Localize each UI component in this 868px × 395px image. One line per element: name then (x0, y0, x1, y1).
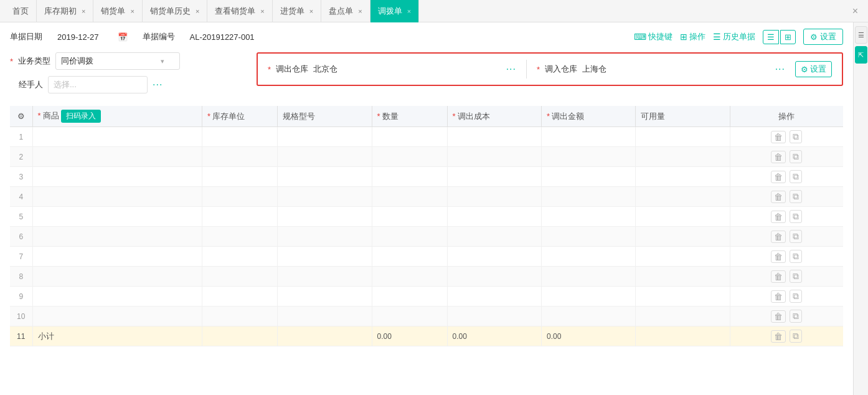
cell-unit[interactable] (202, 127, 278, 147)
cell-available[interactable] (636, 187, 730, 207)
cell-amount[interactable] (542, 247, 636, 267)
tab-sales-order[interactable]: 销货单 × (93, 0, 142, 22)
cell-quantity[interactable] (372, 147, 447, 167)
cell-available[interactable] (636, 267, 730, 287)
tab-close-transfer[interactable]: × (407, 7, 411, 15)
delete-icon[interactable]: 🗑 (771, 250, 786, 263)
cell-quantity[interactable] (372, 227, 447, 247)
tab-close-stocktake[interactable]: × (358, 7, 362, 15)
cell-quantity[interactable] (372, 267, 447, 287)
tab-close-inventory[interactable]: × (82, 7, 85, 15)
delete-icon[interactable]: 🗑 (771, 131, 786, 143)
copy-icon[interactable]: ⧉ (790, 130, 802, 143)
copy-icon[interactable]: ⧉ (790, 330, 802, 343)
cell-unit[interactable] (202, 187, 278, 207)
cell-spec[interactable] (278, 247, 372, 267)
operation-button[interactable]: ⊞ 操作 (680, 31, 705, 42)
cell-spec[interactable] (278, 267, 372, 287)
copy-icon[interactable]: ⧉ (790, 190, 802, 203)
sidebar-list-icon[interactable]: ☰ (855, 26, 867, 44)
layout-grid-btn[interactable]: ⊞ (780, 30, 796, 44)
cell-spec[interactable] (278, 326, 372, 346)
cell-product[interactable] (32, 227, 202, 247)
cell-cost[interactable] (447, 247, 541, 267)
copy-icon[interactable]: ⧉ (790, 210, 802, 223)
cell-available[interactable] (636, 247, 730, 267)
tab-close-view[interactable]: × (260, 7, 264, 15)
cell-product[interactable] (32, 247, 202, 267)
cell-quantity[interactable] (372, 307, 447, 326)
cell-quantity[interactable] (372, 127, 447, 147)
tab-view-sales[interactable]: 查看销货单 × (207, 0, 272, 22)
cell-cost[interactable] (447, 287, 541, 307)
delete-icon[interactable]: 🗑 (771, 330, 786, 343)
warehouse-settings-button[interactable]: ⚙ 设置 (795, 61, 832, 77)
cell-unit[interactable] (202, 307, 278, 326)
cell-cost[interactable]: 0.00 (447, 326, 541, 346)
cell-quantity[interactable] (372, 167, 447, 187)
tab-stocktake[interactable]: 盘点单 × (321, 0, 370, 22)
cell-product[interactable] (32, 147, 202, 167)
cell-product[interactable] (32, 207, 202, 227)
cell-quantity[interactable] (372, 247, 447, 267)
cell-spec[interactable] (278, 287, 372, 307)
delete-icon[interactable]: 🗑 (771, 171, 786, 183)
cell-unit[interactable] (202, 267, 278, 287)
cell-spec[interactable] (278, 127, 372, 147)
cell-unit[interactable] (202, 227, 278, 247)
cell-amount[interactable] (542, 167, 636, 187)
cell-amount[interactable] (542, 187, 636, 207)
cell-unit[interactable] (202, 247, 278, 267)
cell-unit[interactable] (202, 167, 278, 187)
delete-icon[interactable]: 🗑 (771, 290, 786, 303)
cell-available[interactable] (636, 326, 730, 346)
layout-list-btn[interactable]: ☰ (763, 30, 779, 44)
cell-quantity[interactable] (372, 207, 447, 227)
person-select[interactable]: 选择... (48, 76, 148, 93)
cell-product[interactable] (32, 127, 202, 147)
delete-icon[interactable]: 🗑 (771, 231, 786, 243)
tab-purchase[interactable]: 进货单 × (273, 0, 321, 22)
cell-amount[interactable] (542, 287, 636, 307)
cell-available[interactable] (636, 207, 730, 227)
tab-close-purchase[interactable]: × (309, 7, 313, 15)
cell-available[interactable] (636, 127, 730, 147)
cell-quantity[interactable]: 0.00 (372, 326, 447, 346)
cell-cost[interactable] (447, 147, 541, 167)
cell-unit[interactable] (202, 326, 278, 346)
cell-unit[interactable] (202, 287, 278, 307)
copy-icon[interactable]: ⧉ (790, 310, 802, 323)
history-button[interactable]: ☰ 历史单据 (713, 31, 755, 42)
cell-spec[interactable] (278, 147, 372, 167)
delete-icon[interactable]: 🗑 (771, 270, 786, 283)
delete-icon[interactable]: 🗑 (771, 191, 786, 203)
tab-home[interactable]: 首页 (5, 0, 37, 22)
cell-cost[interactable] (447, 167, 541, 187)
business-type-select[interactable]: 同价调拨 ▾ (55, 52, 180, 70)
th-gear[interactable]: ⚙ (10, 106, 32, 127)
cell-spec[interactable] (278, 187, 372, 207)
cell-amount[interactable]: 0.00 (542, 326, 636, 346)
copy-icon[interactable]: ⧉ (790, 290, 802, 303)
cell-quantity[interactable] (372, 187, 447, 207)
copy-icon[interactable]: ⧉ (790, 270, 802, 283)
cell-amount[interactable] (542, 147, 636, 167)
settings-button[interactable]: ⚙ 设置 (803, 29, 843, 45)
cell-cost[interactable] (447, 307, 541, 326)
sidebar-expand-icon[interactable]: ⇱ (855, 46, 867, 64)
cell-quantity[interactable] (372, 287, 447, 307)
cell-product[interactable] (32, 267, 202, 287)
cell-amount[interactable] (542, 307, 636, 326)
copy-icon[interactable]: ⧉ (790, 250, 802, 263)
cell-spec[interactable] (278, 167, 372, 187)
copy-icon[interactable]: ⧉ (790, 230, 802, 243)
transfer-out-more-btn[interactable]: ··· (506, 64, 516, 75)
copy-icon[interactable]: ⧉ (790, 170, 802, 183)
cell-spec[interactable] (278, 307, 372, 326)
tab-close-history[interactable]: × (196, 7, 199, 15)
cell-amount[interactable] (542, 227, 636, 247)
cell-product[interactable] (32, 307, 202, 326)
cell-unit[interactable] (202, 147, 278, 167)
delete-icon[interactable]: 🗑 (771, 310, 786, 323)
cell-product[interactable]: 小计 (32, 326, 202, 346)
